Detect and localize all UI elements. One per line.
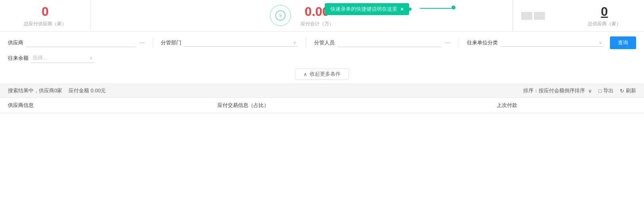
payable-suppliers-label: 总应付供应商（家） (24, 21, 67, 27)
unit-category-label: 往来单位分类 (467, 39, 498, 46)
tooltip-text: 快速录单的快捷键说明在这里 (330, 6, 397, 13)
collapse-arrow-icon: ∧ (303, 71, 307, 77)
filter-bar: 供应商 ··· 分管部门 ∨ 分管人员 ··· 往来单位分类 ∨ (0, 32, 644, 84)
supplier-label: 供应商 (8, 39, 23, 46)
balance-label: 往来余额 (8, 55, 29, 62)
collapse-button-label: 收起更多条件 (310, 71, 341, 78)
person-label: 分管人员 (314, 39, 335, 46)
filter-department: 分管部门 ∨ (161, 39, 297, 47)
payable-suppliers-number: 0 (42, 4, 49, 19)
refresh-button[interactable]: ↻ 刷新 (620, 87, 636, 94)
stat-payable-suppliers: 0 总应付供应商（家） (0, 0, 91, 31)
sort-label: 排序：按应付会额倒序排序 (523, 87, 585, 94)
supplier-dots[interactable]: ··· (139, 39, 145, 46)
tooltip-line (420, 8, 452, 9)
query-btn-wrapper: 查询 (610, 36, 636, 49)
table-col-payable-info: 应付交易信息（占比） (217, 102, 497, 109)
stat-placeholder-area (513, 0, 565, 31)
total-suppliers-label: 总供应商（家） (588, 21, 621, 27)
person-dots[interactable]: ··· (445, 39, 450, 46)
refresh-icon: ↻ (620, 88, 624, 94)
payable-total-label: 应付合计（万） (301, 21, 334, 27)
export-icon: □ (598, 88, 602, 94)
svg-text:¥: ¥ (278, 13, 282, 19)
sort-arrow-icon: ∨ (588, 88, 592, 94)
department-select[interactable]: ∨ (184, 39, 297, 47)
payable-icon: ¥ (270, 5, 291, 26)
tooltip-close-button[interactable]: × (400, 6, 404, 12)
result-amount-info: 应付金额 0.00元 (69, 87, 106, 94)
collapse-bar: ∧ 收起更多条件 (8, 66, 636, 84)
export-button[interactable]: □ 导出 (598, 87, 614, 94)
result-bar: 搜索结果中，供应商0家 应付金额 0.00元 排序：按应付会额倒序排序 ∨ □ … (0, 84, 644, 98)
export-label: 导出 (603, 87, 614, 94)
filter-row-1: 供应商 ··· 分管部门 ∨ 分管人员 ··· 往来单位分类 ∨ (8, 36, 636, 49)
filter-person: 分管人员 ··· (314, 38, 451, 47)
query-button[interactable]: 查询 (610, 36, 636, 49)
tooltip-popup: 快速录单的快捷键说明在这里 × (325, 3, 409, 15)
stats-bar: 0 总应付供应商（家） ¥ 0.00 应付合计（万） 快速录单的快捷键说明在这里… (0, 0, 644, 32)
result-info-group: 搜索结果中，供应商0家 应付金额 0.00元 (8, 87, 106, 94)
supplier-input[interactable] (26, 38, 135, 47)
sort-select[interactable]: 排序：按应付会额倒序排序 ∨ (523, 87, 592, 94)
divider-3 (459, 37, 459, 48)
department-arrow-icon: ∨ (293, 40, 296, 45)
balance-select[interactable]: 选择... ∨ (31, 53, 94, 63)
refresh-label: 刷新 (626, 87, 636, 94)
result-count-info: 搜索结果中，供应商0家 (8, 87, 62, 94)
unit-category-arrow-icon: ∨ (599, 40, 602, 45)
unit-category-select[interactable]: ∨ (500, 39, 604, 47)
table-col-last-payment: 上次付款 (497, 102, 636, 109)
divider-2 (306, 37, 306, 48)
collapse-button[interactable]: ∧ 收起更多条件 (295, 69, 349, 80)
tooltip-dot (452, 6, 455, 10)
total-suppliers-number: 0 (601, 4, 608, 19)
stat-payable-total: ¥ 0.00 应付合计（万） (91, 0, 513, 31)
table-col-supplier-info: 供应商信息 (8, 102, 217, 109)
balance-placeholder: 选择... (32, 54, 90, 61)
filter-unit-category: 往来单位分类 ∨ (467, 39, 604, 47)
department-label: 分管部门 (161, 39, 181, 46)
balance-arrow-icon: ∨ (90, 55, 93, 61)
filter-balance: 往来余额 选择... ∨ (8, 53, 94, 63)
filter-supplier: 供应商 ··· (8, 38, 145, 47)
person-input[interactable] (337, 38, 442, 47)
stat-total-suppliers: 0 总供应商（家） (565, 0, 644, 31)
result-actions: 排序：按应付会额倒序排序 ∨ □ 导出 ↻ 刷新 (523, 87, 636, 94)
table-body (0, 113, 644, 204)
filter-row-2: 往来余额 选择... ∨ (8, 53, 636, 63)
divider-1 (152, 37, 153, 48)
table-header: 供应商信息 应付交易信息（占比） 上次付款 (0, 98, 644, 113)
